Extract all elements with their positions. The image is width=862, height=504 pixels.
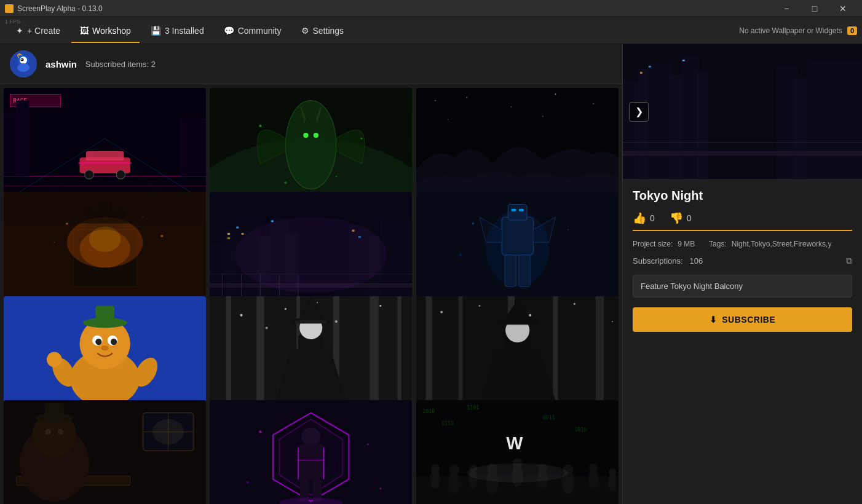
menu-item-workshop[interactable]: 🖼 Workshop	[71, 22, 140, 39]
wallpaper-thumb-5[interactable]	[210, 192, 412, 305]
svg-point-30	[361, 138, 363, 140]
svg-text:0011: 0011	[542, 414, 555, 420]
menu-item-create[interactable]: ✦ + Create	[7, 22, 69, 39]
dislikes-count: 0	[687, 213, 692, 223]
svg-point-117	[335, 320, 338, 323]
svg-point-171	[430, 464, 439, 473]
svg-point-98	[101, 345, 108, 350]
tags-label: Tags:	[709, 238, 727, 250]
subscriptions-label: Subscriptions: 106	[633, 256, 703, 266]
wallpaper-thumb-6[interactable]	[416, 192, 619, 305]
likes-count: 0	[650, 213, 655, 223]
wallpaper-thumb-3[interactable]	[416, 88, 619, 202]
svg-point-115	[240, 313, 243, 316]
preview-next-button[interactable]: ❯	[629, 102, 649, 122]
svg-point-173	[449, 465, 459, 474]
svg-point-52	[53, 242, 55, 243]
svg-point-19	[116, 170, 125, 179]
svg-point-32	[336, 176, 337, 177]
menu-item-installed[interactable]: 💾 3 Installed	[142, 22, 213, 39]
svg-point-39	[448, 119, 448, 120]
wallpaper-thumb-10[interactable]: noolopse	[4, 400, 206, 504]
wallpaper-thumb-12[interactable]: 1010 0110 1101 0011 1010	[416, 400, 619, 504]
no-active-label: No active Wallpaper or Widgets	[739, 26, 842, 35]
community-icon: 💬	[224, 26, 234, 36]
svg-rect-69	[271, 221, 274, 222]
subscribe-button[interactable]: ⬇ SUBSCRIBE	[633, 307, 852, 332]
svg-rect-145	[45, 403, 64, 419]
svg-point-38	[593, 103, 593, 104]
svg-point-28	[314, 133, 318, 138]
external-link-icon[interactable]: ⧉	[846, 256, 852, 266]
project-size-value: 9 MB	[678, 238, 695, 250]
settings-icon: ⚙	[301, 26, 309, 36]
installed-icon: 💾	[151, 26, 161, 36]
rating-divider	[633, 230, 852, 231]
svg-point-4	[22, 59, 23, 60]
svg-rect-151	[298, 444, 323, 479]
notification-badge: 0	[847, 26, 857, 35]
svg-rect-54	[4, 192, 206, 223]
wallpaper-thumb-2[interactable]	[210, 88, 412, 202]
svg-point-89	[567, 229, 569, 230]
svg-point-31	[285, 181, 287, 184]
menubar: 1 FPS ✦ + Create 🖼 Workshop 💾 3 Installe…	[0, 17, 862, 44]
titlebar-left: ScreenPlay Alpha - 0.13.0	[5, 4, 103, 13]
svg-rect-196	[697, 72, 709, 179]
maximize-button[interactable]: □	[801, 0, 829, 17]
main-layout: ashwin Subscribed items: 2	[0, 44, 862, 504]
svg-point-134	[612, 321, 613, 322]
svg-point-160	[247, 481, 249, 483]
tags-value: Night,Tokyo,Street,Fireworks,y	[732, 238, 832, 250]
menu-item-community[interactable]: 💬 Community	[215, 22, 290, 39]
wallpaper-thumb-7[interactable]	[4, 296, 206, 410]
svg-text:1010: 1010	[422, 408, 435, 414]
app-title: ScreenPlay Alpha - 0.13.0	[17, 4, 103, 13]
content-area: ashwin Subscribed items: 2	[0, 44, 622, 504]
subscriptions-row: Subscriptions: 106 ⧉	[633, 256, 852, 266]
description-box: Feature Tokyo Night Balcony	[633, 275, 852, 297]
svg-point-185	[589, 463, 598, 472]
svg-point-87	[486, 211, 549, 287]
svg-rect-197	[776, 66, 797, 179]
svg-point-189	[467, 463, 568, 482]
svg-point-161	[380, 487, 382, 489]
wallpaper-thumb-4[interactable]	[4, 192, 206, 305]
svg-point-5	[17, 63, 30, 72]
wallpaper-thumb-1[interactable]: RACE	[4, 88, 206, 202]
svg-point-26	[286, 101, 336, 189]
svg-rect-193	[647, 63, 672, 179]
username: ashwin	[45, 59, 77, 69]
download-icon: ⬇	[710, 315, 718, 325]
subscribed-items: Subscribed items: 2	[85, 60, 156, 69]
svg-rect-23	[17, 101, 30, 176]
svg-point-97	[111, 338, 117, 344]
svg-text:W: W	[506, 433, 523, 453]
wallpaper-thumb-11[interactable]	[210, 400, 412, 504]
installed-label: 3 Installed	[165, 26, 204, 36]
svg-point-152	[302, 427, 321, 446]
svg-rect-129	[496, 319, 538, 325]
dislike-icon: 👎	[670, 211, 683, 225]
dislikes-item: 👎 0	[670, 211, 692, 225]
svg-point-35	[466, 96, 467, 98]
svg-rect-20	[78, 162, 131, 163]
menu-item-settings[interactable]: ⚙ Settings	[293, 22, 353, 39]
user-avatar	[10, 50, 37, 77]
meta-size-row: Project size: 9 MB Tags: Night,Tokyo,Str…	[633, 238, 852, 250]
svg-rect-22	[181, 119, 206, 176]
close-button[interactable]: ✕	[829, 0, 857, 17]
svg-rect-64	[381, 221, 412, 306]
wallpaper-thumb-8[interactable]	[210, 296, 412, 410]
svg-rect-201	[649, 66, 651, 68]
description-text: Feature Tokyo Night Balcony	[641, 282, 743, 291]
sidebar-info: Tokyo Night 👍 0 👎 0 Project size: 9 MB T…	[623, 179, 862, 504]
svg-rect-203	[623, 152, 862, 156]
svg-point-116	[285, 308, 287, 310]
user-header: ashwin Subscribed items: 2	[0, 44, 622, 84]
wallpaper-thumb-9[interactable]	[416, 296, 619, 410]
sidebar-right: ❯ Tokyo Night 👍 0 👎 0 Project size: 9 MB	[622, 44, 862, 504]
minimize-button[interactable]: −	[772, 0, 801, 17]
svg-point-90	[459, 254, 462, 256]
svg-rect-68	[242, 233, 244, 235]
